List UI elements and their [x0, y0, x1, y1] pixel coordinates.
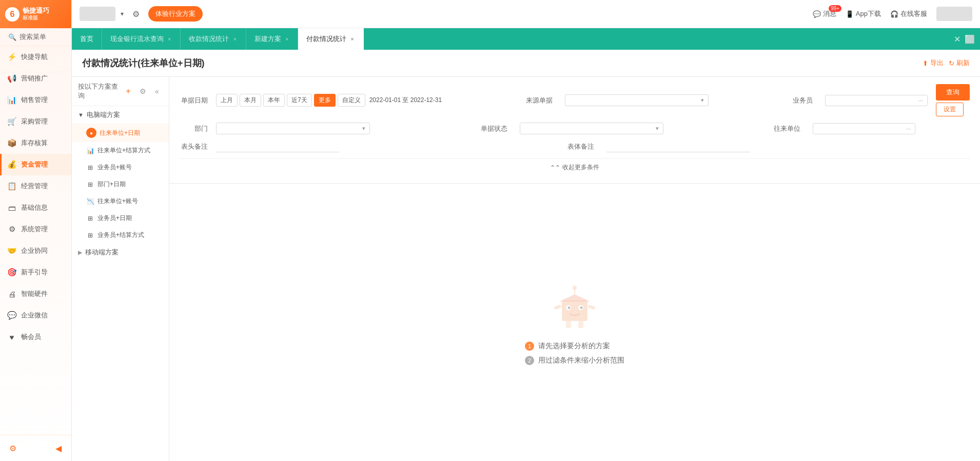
tab-close-all-icon[interactable]: ✕ [954, 34, 961, 44]
svg-point-3 [568, 306, 571, 309]
sys-mgmt-icon: ⚙ [7, 224, 17, 234]
tab-bar: 首页 现金银行流水查询 × 收款情况统计 × 新建方案 × 付款情况统计 × ✕… [72, 28, 980, 50]
svg-point-4 [580, 306, 583, 309]
search-menu[interactable]: 🔍 搜索菜单 [0, 28, 71, 46]
source-select-arrow: ▾ [701, 97, 704, 104]
scheme-settings-btn[interactable]: ⚙ [137, 86, 148, 97]
sidebar-item-basic-info[interactable]: 🗃 基础信息 [0, 197, 71, 218]
tab-payment-stats2-close[interactable]: × [349, 35, 355, 43]
tab-payment-stats-close[interactable]: × [232, 35, 237, 43]
grid-icon-1: ⊞ [86, 164, 94, 172]
sidebar-settings-btn[interactable]: ⚙ [5, 440, 21, 456]
dept-select[interactable]: ▾ [216, 123, 370, 134]
refresh-btn[interactable]: ↻ 刷新 [949, 58, 970, 68]
settings-btn[interactable]: 设置 [936, 103, 964, 116]
tab-payment-stats[interactable]: 收款情况统计 × [181, 28, 246, 50]
sidebar-item-finance[interactable]: 💰 资金管理 [0, 154, 71, 175]
empty-state: 1 请先选择要分析的方案 2 用过滤条件来缩小分析范围 [169, 184, 980, 461]
tab-new-scheme-close[interactable]: × [284, 35, 289, 43]
grid-icon-4: ⊞ [86, 231, 94, 239]
sidebar-item-operation[interactable]: 📋 经营管理 [0, 175, 71, 197]
scheme-collapse-btn[interactable]: « [151, 86, 163, 97]
message-icon: 💬 [813, 10, 821, 18]
chart-icon: 📊 [86, 147, 94, 155]
filter-row-3: 表头备注 表体备注 [180, 141, 970, 152]
empty-tip-1: 1 请先选择要分析的方案 [525, 342, 624, 351]
scheme-salesperson-settle[interactable]: ⊞ 业务员+结算方式 [72, 227, 169, 244]
tab-bank-flow[interactable]: 现金银行流水查询 × [102, 28, 181, 50]
scheme-active-indicator: ● [86, 128, 96, 138]
newcomer-icon: 🎯 [7, 267, 17, 277]
sidebar-item-marketing[interactable]: 📢 营销推广 [0, 68, 71, 89]
tab-restore-icon[interactable]: ⬜ [965, 34, 975, 44]
sidebar-item-newcomer[interactable]: 🎯 新手引导 [0, 262, 71, 283]
left-panel: 按以下方案查询 + ⚙ « ▼ 电脑端方案 ● 往来单位+日期 📊 [72, 77, 169, 461]
scheme-salesperson-account[interactable]: ⊞ 业务员+账号 [72, 159, 169, 176]
tab-payment-stats2[interactable]: 付款情况统计 × [298, 28, 363, 50]
sidebar-item-smart-hw[interactable]: 🖨 智能硬件 [0, 283, 71, 305]
header-dropdown-arrow[interactable]: ▾ [121, 10, 124, 17]
sidebar-item-inventory[interactable]: 📦 库存核算 [0, 132, 71, 154]
app-icon: 📱 [846, 10, 854, 18]
sidebar-item-enterprise[interactable]: 🤝 企业协同 [0, 240, 71, 262]
trial-btn[interactable]: 体验行业方案 [148, 6, 203, 22]
counterparty-select[interactable]: ··· [813, 123, 915, 134]
user-avatar [80, 7, 115, 21]
salesperson-select[interactable]: ··· [825, 95, 928, 106]
export-btn[interactable]: ⬆ 导出 [923, 58, 944, 68]
logo-text: 畅捷通巧 标准版 [23, 7, 49, 22]
tip-num-1: 1 [525, 342, 534, 351]
page-actions: ⬆ 导出 ↻ 刷新 [923, 58, 970, 68]
date-btn-this-month[interactable]: 本月 [240, 94, 261, 107]
collapse-btn[interactable]: ⌃⌃ 收起更多条件 [180, 158, 970, 176]
sidebar-item-wechat[interactable]: 💬 企业微信 [0, 305, 71, 326]
query-btn[interactable]: 查询 [936, 84, 970, 101]
sidebar-item-sales[interactable]: 📊 销售管理 [0, 89, 71, 111]
header-right: 💬 消息 99+ 📱 App下载 🎧 在线客服 [813, 7, 972, 21]
scheme-salesperson-date[interactable]: ⊞ 业务员+日期 [72, 210, 169, 227]
basic-info-icon: 🗃 [7, 203, 17, 213]
date-btn-custom[interactable]: 自定义 [338, 94, 365, 107]
empty-tip-2: 2 用过滤条件来缩小分析范围 [525, 356, 624, 365]
source-select[interactable]: ▾ [565, 94, 709, 106]
status-select[interactable]: ▾ [520, 123, 663, 134]
tab-bank-flow-close[interactable]: × [167, 35, 172, 43]
header-note-input[interactable] [216, 141, 339, 152]
status-label: 单据状态 [481, 124, 507, 133]
mobile-scheme-group[interactable]: ▶ 移动端方案 [72, 244, 169, 261]
tab-home[interactable]: 首页 [72, 28, 102, 50]
date-btn-last-month[interactable]: 上月 [216, 94, 238, 107]
scheme-counterparty-date[interactable]: ● 往来单位+日期 [72, 124, 169, 142]
sidebar-item-quick-nav[interactable]: ⚡ 快捷导航 [0, 46, 71, 68]
user-info [936, 7, 972, 21]
sidebar-collapse-btn[interactable]: ◀ [51, 440, 66, 456]
filter-area: 单据日期 上月 本月 本年 近7天 更多 自定义 2022-01-01 至 20… [169, 77, 980, 184]
online-service-btn[interactable]: 🎧 在线客服 [890, 9, 927, 18]
tab-new-scheme[interactable]: 新建方案 × [246, 28, 298, 50]
app-download-btn[interactable]: 📱 App下载 [846, 9, 881, 18]
scheme-counterparty-account[interactable]: 📉 往来单位+账号 [72, 193, 169, 210]
date-btn-more[interactable]: 更多 [314, 94, 336, 107]
sidebar-item-sys-mgmt[interactable]: ⚙ 系统管理 [0, 218, 71, 240]
date-btn-this-year[interactable]: 本年 [263, 94, 285, 107]
collapse-up-icon: ⌃⌃ [550, 164, 560, 171]
sidebar-item-vip[interactable]: ♥ 畅会员 [0, 326, 71, 348]
page-title: 付款情况统计(往来单位+日期) [82, 57, 205, 69]
date-btn-7days[interactable]: 近7天 [287, 94, 312, 107]
desktop-scheme-group[interactable]: ▼ 电脑端方案 [72, 106, 169, 124]
scheme-add-btn[interactable]: + [123, 86, 134, 97]
filter-row-2: 部门 ▾ 单据状态 ▾ 往来单位 [180, 123, 970, 134]
sidebar-bottom: ⚙ ◀ [0, 435, 71, 461]
enterprise-icon: 🤝 [7, 246, 17, 256]
scheme-counterparty-settle[interactable]: 📊 往来单位+结算方式 [72, 142, 169, 159]
messages-btn[interactable]: 💬 消息 99+ [813, 9, 836, 18]
dept-select-arrow: ▾ [362, 125, 365, 132]
scheme-dept-date[interactable]: ⊞ 部门+日期 [72, 176, 169, 193]
header-left: ▾ ⚙ 体验行业方案 [80, 6, 203, 22]
date-range-text: 2022-01-01 至 2022-12-31 [369, 96, 442, 105]
sidebar-item-purchase[interactable]: 🛒 采购管理 [0, 111, 71, 132]
body-note-input[interactable] [606, 141, 750, 152]
operation-icon: 📋 [7, 181, 17, 191]
header-gear-btn[interactable]: ⚙ [129, 7, 143, 21]
main-area: ▾ ⚙ 体验行业方案 💬 消息 99+ 📱 App下载 🎧 在线客服 首页 [72, 0, 980, 461]
